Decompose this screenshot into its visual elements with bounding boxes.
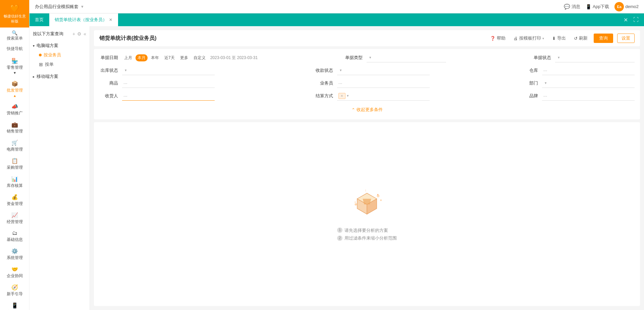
- tab-close-icon[interactable]: ✕: [109, 17, 112, 22]
- tab-home[interactable]: 首页: [30, 13, 49, 26]
- left-panel-title: 按以下方案查询: [33, 31, 63, 37]
- empty-tips: 1 请先选择要分析的方案 2 用过滤条件来缩小分析范围: [337, 226, 397, 242]
- page-header: 销货单统计表(按业务员) ❓ 帮助 🖨 按模板打印 ▾ ⬇ 导出: [94, 30, 640, 46]
- payment-dropdown-icon: ▾: [347, 94, 349, 98]
- shortcut-this-year[interactable]: 本年: [149, 54, 161, 61]
- goods-field[interactable]: ···: [122, 79, 215, 88]
- sidebar-item-enterprise[interactable]: 🤝 企业协同: [0, 263, 29, 281]
- query-btn[interactable]: 查询: [594, 34, 613, 43]
- doc-type-field[interactable]: ▾: [367, 53, 446, 62]
- export-btn[interactable]: ⬇ 导出: [550, 34, 568, 43]
- topbar-left: 办公用品行业模拟账套 ▾: [35, 4, 84, 10]
- out-status-label: 出库状态: [99, 67, 118, 73]
- print-btn[interactable]: 🖨 按模板打印 ▾: [512, 34, 546, 43]
- collapse-panel-btn[interactable]: «: [84, 31, 86, 37]
- settings-scheme-btn[interactable]: ⚙: [77, 31, 82, 37]
- user-menu[interactable]: Ea demo2: [614, 2, 639, 11]
- sidebar-item-purchase[interactable]: 📋 采购管理: [0, 155, 29, 173]
- doc-status-field[interactable]: ▾: [555, 53, 635, 62]
- warehouse-dots[interactable]: ···: [543, 68, 547, 73]
- retail-icon: 🏪: [11, 58, 18, 64]
- sidebar-item-newbie[interactable]: 🧭 新手引导: [0, 281, 29, 300]
- account-dropdown-icon[interactable]: ▾: [81, 4, 84, 9]
- scheme-by-order[interactable]: ⊞ 按单: [30, 60, 90, 69]
- message-btn[interactable]: 💬 消息: [564, 4, 580, 10]
- app-logo: 🧡 畅捷信好生意 标版: [0, 0, 30, 28]
- tip2-num: 2: [337, 236, 342, 241]
- shortcut-custom[interactable]: 自定义: [192, 54, 208, 61]
- sidebar-item-system[interactable]: ⚙️ 系统管理: [0, 245, 29, 263]
- mobile-section: ▸ 移动端方案: [30, 70, 90, 83]
- date-shortcuts: 上月 本月 本年 近7天 更多 自定义 2023-03-01 至 2023-03…: [122, 54, 258, 61]
- sidebar-item-finance[interactable]: 💰 资金管理: [0, 191, 29, 209]
- logo-icon: 🧡: [2, 3, 28, 14]
- brand-field[interactable]: ···: [542, 91, 635, 101]
- sidebar-quicknav[interactable]: 快捷导航: [0, 44, 29, 54]
- purchase-icon: 📋: [11, 158, 18, 164]
- sidebar-item-retail[interactable]: 🏪 零售管理 ▾: [0, 55, 29, 78]
- collapse-more-btn[interactable]: ⌃ 收起更多条件: [99, 104, 635, 115]
- salesperson-dots[interactable]: ···: [338, 81, 342, 86]
- out-status-field[interactable]: ▾: [122, 66, 215, 75]
- operation-icon: 📈: [11, 212, 18, 218]
- tab-close-window-btn[interactable]: ✕: [622, 16, 629, 24]
- brand-dots[interactable]: ···: [543, 93, 547, 99]
- collapse-icon: ⌃: [352, 107, 355, 112]
- sidebar-item-ecommerce[interactable]: 🛒 电商管理: [0, 137, 29, 155]
- svg-point-6: [355, 203, 357, 205]
- svg-text:↑: ↑: [365, 188, 367, 192]
- goods-dots[interactable]: ···: [123, 81, 127, 86]
- warehouse-field[interactable]: ···: [542, 66, 635, 75]
- shortcut-more[interactable]: 更多: [178, 54, 190, 61]
- sidebar-item-operation[interactable]: 📈 经营管理: [0, 209, 29, 227]
- help-btn[interactable]: ❓ 帮助: [488, 34, 507, 43]
- consignee-dots[interactable]: ···: [123, 93, 127, 99]
- refresh-btn[interactable]: ↺ 刷新: [572, 34, 590, 43]
- shortcut-last-month[interactable]: 上月: [122, 54, 134, 61]
- refresh-icon: ↺: [574, 36, 578, 41]
- department-field[interactable]: ▾: [542, 79, 635, 88]
- tab-sales-stat[interactable]: 销货单统计表（按业务员） ✕: [49, 13, 118, 26]
- right-panel: 销货单统计表(按业务员) ❓ 帮助 🖨 按模板打印 ▾ ⬇ 导出: [90, 26, 644, 310]
- date-label: 单据日期: [99, 55, 118, 61]
- consignee-label: 收货人: [99, 93, 118, 99]
- sidebar-item-wholesale[interactable]: 📦 批发管理 ▴: [0, 78, 29, 101]
- left-panel-header: 按以下方案查询 + ⚙ «: [30, 30, 90, 40]
- receipt-status-field[interactable]: ▾: [337, 66, 430, 75]
- receipt-status-dropdown-icon: ▾: [340, 68, 342, 72]
- sidebar-item-basic[interactable]: 🗂 基础信息: [0, 227, 29, 245]
- sales-icon: 💼: [11, 121, 18, 128]
- sidebar-item-inventory[interactable]: 📊 库存核算: [0, 173, 29, 191]
- left-panel-icons: + ⚙ «: [72, 31, 86, 37]
- content: 按以下方案查询 + ⚙ « ▾ 电脑端方案 按业务员 ⊞ 按单: [30, 26, 644, 310]
- add-scheme-btn[interactable]: +: [72, 31, 75, 37]
- sidebar-search[interactable]: 🔍 搜索菜单: [0, 28, 29, 44]
- empty-state: ✦ ✦ ↑ 1 请先选择要分析的方案 2 用过滤条件来缩小分析范围: [94, 122, 640, 306]
- salesperson-field[interactable]: ···: [337, 79, 430, 88]
- shortcut-last-7[interactable]: 近7天: [162, 54, 177, 61]
- mobile-group[interactable]: ▸ 移动端方案: [30, 72, 90, 81]
- export-icon: ⬇: [552, 36, 556, 41]
- tab-expand-btn[interactable]: ⛶: [632, 16, 640, 23]
- app-download-icon: 📱: [586, 4, 591, 9]
- sidebar-item-sales[interactable]: 💼 销售管理: [0, 119, 29, 137]
- payment-tag-close[interactable]: ×: [341, 94, 343, 98]
- inventory-icon: 📊: [11, 176, 18, 182]
- department-dropdown-icon: ▾: [545, 81, 547, 85]
- receipt-status-label: 收款状态: [313, 67, 333, 73]
- pc-group[interactable]: ▾ 电脑端方案: [30, 41, 90, 50]
- consignee-field[interactable]: ···: [122, 91, 215, 101]
- sidebar-item-apps[interactable]: 📱 应用中心: [0, 300, 29, 310]
- shortcut-this-month[interactable]: 本月: [136, 54, 148, 61]
- order-icon: ⊞: [39, 62, 43, 67]
- svg-text:✦: ✦: [377, 193, 379, 196]
- payment-field[interactable]: × ▾: [337, 91, 430, 101]
- brand-label: 品牌: [528, 93, 538, 99]
- sidebar-item-marketing[interactable]: 📣 营销推广: [0, 101, 29, 119]
- scheme-salesperson[interactable]: 按业务员: [30, 50, 90, 60]
- settings-btn[interactable]: 设置: [617, 34, 635, 43]
- page-title: 销货单统计表(按业务员): [99, 35, 157, 42]
- goods-label: 商品: [99, 80, 118, 86]
- app-download-btn[interactable]: 📱 App下载: [586, 4, 609, 10]
- marketing-icon: 📣: [11, 103, 18, 110]
